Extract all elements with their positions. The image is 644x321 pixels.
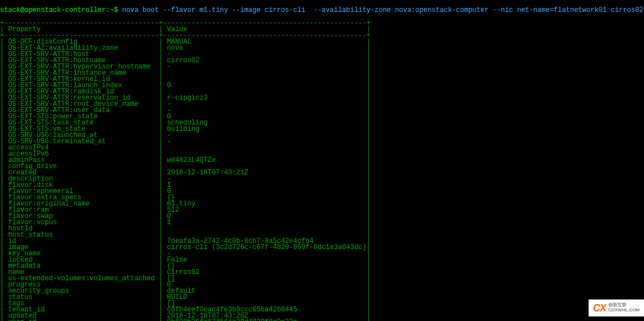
value-cell: 8b608b25fe674564a29d4939f8a9a33c xyxy=(167,319,366,322)
property-cell: user_id xyxy=(8,319,158,322)
watermark-icon: CX xyxy=(593,303,606,313)
command-line: stack@openstack-controller:~$ nova boot … xyxy=(0,7,644,13)
watermark-logo: CX 创新互联 CDXWHL.COM xyxy=(589,299,644,316)
shell-prompt: stack@openstack-controller:~$ xyxy=(0,7,118,14)
terminal-output[interactable]: stack@openstack-controller:~$ nova boot … xyxy=(0,0,644,321)
watermark-url: CDXWHL.COM xyxy=(608,308,640,313)
table-row: | user_id | 8b608b25fe674564a29d4939f8a9… xyxy=(0,319,644,321)
shell-command: nova boot --flavor m1.tiny --image cirro… xyxy=(122,7,643,14)
